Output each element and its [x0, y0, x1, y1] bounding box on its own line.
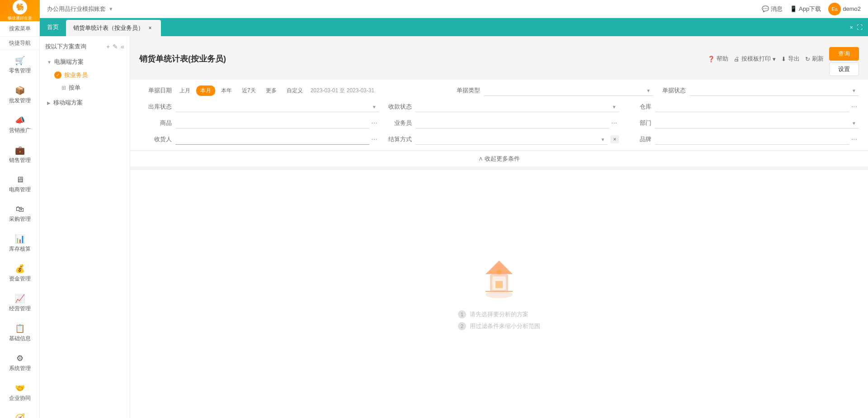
payment-select[interactable] — [415, 134, 608, 145]
payment-x-icon[interactable]: × — [613, 136, 616, 142]
receipt-status-select[interactable] — [415, 101, 619, 112]
setting-button[interactable]: 设置 — [829, 62, 859, 76]
out-status-select[interactable] — [175, 101, 379, 112]
doc-type-select[interactable] — [484, 85, 653, 96]
payment-wrap: × — [415, 134, 619, 145]
active-dot: ✓ — [54, 71, 61, 79]
ecommerce-label: 电商管理 — [9, 186, 31, 194]
filter-doc-type: 单据类型 — [448, 85, 653, 96]
collapse-panel-icon[interactable]: « — [121, 43, 124, 50]
sidebar-item-marketing[interactable]: 📣营销推广 — [9, 110, 31, 140]
warehouse-dots[interactable]: ··· — [849, 103, 859, 111]
tab-active-label: 销货单统计表（按业务员） — [73, 24, 144, 32]
enterprise-label: 企业协同 — [9, 394, 31, 402]
export-icon: ⬇ — [781, 56, 786, 62]
tree-arrow-mobile: ▶ — [47, 100, 51, 105]
sidebar-item-enterprise[interactable]: 🤝企业协同 — [9, 378, 31, 408]
filter-row-4: 收货人 ··· 结算方式 × — [139, 134, 859, 145]
date-range-text: 2023-03-01 至 2023-03-31 — [311, 87, 374, 95]
tree-subchild-by-order[interactable]: ⊞ 按单 — [40, 81, 130, 94]
purchase-label: 采购管理 — [9, 215, 31, 223]
date-btn-7days[interactable]: 近7天 — [238, 86, 260, 96]
goods-dots[interactable]: ··· — [369, 119, 379, 127]
goods-input[interactable] — [175, 118, 369, 128]
collapse-btn[interactable]: ∧ 收起更多条件 — [130, 151, 868, 166]
tab-home[interactable]: 首页 — [40, 18, 66, 36]
sidebar-item-sales[interactable]: 💼销售管理 — [9, 140, 31, 170]
app-icon: 📱 — [790, 5, 797, 12]
receiver-input[interactable] — [175, 134, 369, 145]
filter-brand: 品牌 ··· — [619, 134, 859, 145]
receiver-label: 收货人 — [139, 135, 175, 143]
sales-label: 销售管理 — [9, 157, 31, 164]
edit-scheme-icon[interactable]: ✎ — [113, 43, 118, 50]
brand-label: 品牌 — [619, 135, 655, 143]
sidebar-item-system[interactable]: ⚙系统管理 — [9, 348, 31, 378]
query-action-col: 查询 设置 — [829, 42, 859, 76]
date-btn-current-month[interactable]: 本月 — [196, 86, 215, 96]
payment-select-wrap — [415, 134, 608, 145]
empty-steps: 1 请先选择要分析的方案 2 用过滤条件来缩小分析范围 — [458, 309, 540, 332]
order-icon: ⊞ — [61, 85, 66, 91]
receiver-dots[interactable]: ··· — [369, 135, 379, 143]
tree-item-mobile[interactable]: ▶ 移动端方案 — [40, 96, 130, 109]
date-btn-custom[interactable]: 自定义 — [283, 86, 307, 96]
brand-dots[interactable]: ··· — [849, 135, 859, 143]
main-area: 办公用品行业模拟账套 ▾ 💬 消息 📱 App下载 Ea demo2 首页 销货… — [40, 0, 868, 418]
sidebar-nav-shortcut[interactable]: 快捷导航 — [0, 37, 39, 50]
salesperson-dots[interactable]: ··· — [609, 119, 619, 127]
print-btn[interactable]: 🖨 按模板打印 ▾ — [734, 55, 776, 63]
refresh-label: 刷新 — [812, 55, 824, 63]
refresh-btn[interactable]: ↻ 刷新 — [805, 55, 824, 63]
add-scheme-icon[interactable]: + — [106, 43, 110, 50]
tree-item-desktop[interactable]: ▼ 电脑端方案 — [40, 55, 130, 69]
window-max-icon[interactable]: ⛶ — [857, 24, 863, 31]
finance-label: 资金管理 — [9, 275, 31, 283]
sidebar-item-newbie[interactable]: 🧭新手引导 — [9, 408, 31, 418]
sidebar-item-basic[interactable]: 📋基础信息 — [9, 318, 31, 348]
right-panel: 销货单统计表(按业务员) ❓ 帮助 🖨 按模板打印 ▾ ⬇ — [130, 36, 868, 418]
doc-status-select[interactable] — [689, 85, 859, 96]
operations-icon: 📈 — [15, 294, 25, 304]
tab-close-icon[interactable]: × — [146, 24, 154, 32]
topbar-right: 💬 消息 📱 App下载 Ea demo2 — [762, 3, 861, 15]
brand-input[interactable] — [655, 134, 849, 145]
payment-clear-tag[interactable]: × — [610, 135, 619, 143]
tabbar: 首页 销货单统计表（按业务员） × × ⛶ — [40, 18, 868, 36]
message-btn[interactable]: 💬 消息 — [762, 5, 783, 13]
window-close-icon[interactable]: × — [849, 24, 853, 31]
empty-step-2: 2 用过滤条件来缩小分析范围 — [458, 320, 540, 332]
warehouse-input[interactable] — [655, 101, 849, 112]
step-num-1: 1 — [458, 310, 466, 318]
system-label: 系统管理 — [9, 365, 31, 372]
sidebar-item-ecommerce[interactable]: 🖥电商管理 — [9, 170, 31, 199]
sidebar-item-retail[interactable]: 🛒零售管理 — [9, 50, 31, 80]
date-btn-year[interactable]: 本年 — [217, 86, 236, 96]
date-btn-prev-month[interactable]: 上月 — [175, 86, 194, 96]
sidebar-item-inventory[interactable]: 📊库存核算 — [9, 228, 31, 258]
dept-select[interactable] — [655, 118, 859, 128]
left-panel-icons: + ✎ « — [106, 43, 124, 50]
date-btn-more[interactable]: 更多 — [262, 86, 281, 96]
salesperson-input[interactable] — [415, 118, 609, 128]
sidebar-item-purchase[interactable]: 🛍采购管理 — [9, 199, 31, 228]
help-icon: ❓ — [708, 56, 715, 62]
help-label: 帮助 — [717, 55, 728, 63]
sidebar-search[interactable]: 搜索菜单 — [0, 21, 39, 37]
tree-child-by-salesperson[interactable]: ✓ 按业务员 — [40, 69, 130, 81]
user-profile[interactable]: Ea demo2 — [828, 3, 861, 15]
sidebar-item-operations[interactable]: 📈经营管理 — [9, 288, 31, 318]
breadcrumb-arrow[interactable]: ▾ — [109, 5, 113, 12]
export-btn[interactable]: ⬇ 导出 — [781, 55, 800, 63]
query-button[interactable]: 查询 — [829, 47, 859, 61]
basic-icon: 📋 — [15, 323, 25, 333]
sidebar-item-wholesale[interactable]: 📦批发管理 — [9, 80, 31, 110]
print-arrow: ▾ — [773, 56, 776, 62]
doc-status-select-wrap — [689, 85, 859, 96]
system-icon: ⚙ — [16, 353, 24, 363]
help-btn[interactable]: ❓ 帮助 — [708, 55, 728, 63]
sidebar-item-finance[interactable]: 💰资金管理 — [9, 258, 31, 288]
tree-section: ▼ 电脑端方案 ✓ 按业务员 ⊞ 按单 ▶ 移动端方案 — [40, 53, 130, 111]
app-download-btn[interactable]: 📱 App下载 — [790, 5, 821, 13]
tab-sales-report[interactable]: 销货单统计表（按业务员） × — [66, 20, 161, 36]
